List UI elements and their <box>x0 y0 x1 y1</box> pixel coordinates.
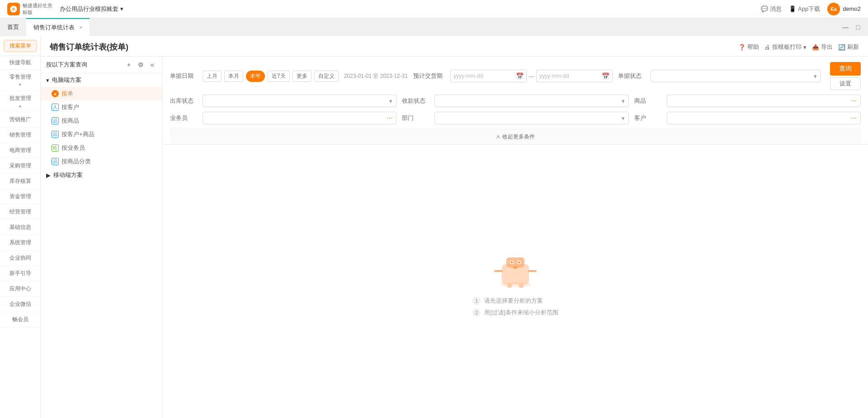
empty-tips: 1 请先选择要分析的方案 2 用[过滤]条件来缩小分析范围 <box>472 297 558 317</box>
predicted-date-start[interactable]: yyyy-mm-dd 📅 <box>450 70 527 82</box>
logo-text: 畅捷通好生意 标版 <box>23 2 52 15</box>
settings-button[interactable]: 设置 <box>830 77 861 90</box>
scheme-item-by-salesman[interactable]: 柱 按业务员 <box>41 141 162 155</box>
scheme-item-by-customer[interactable]: 人 按客户 <box>41 100 162 114</box>
empty-tip-2: 2 用[过滤]条件来缩小分析范围 <box>472 309 558 317</box>
chevron-down-icon: ▾ <box>622 98 625 104</box>
goods-input[interactable]: ··· <box>667 95 861 107</box>
tab-close-icon[interactable]: × <box>79 24 82 31</box>
sidebar-item-member[interactable]: 畅会员 <box>0 312 40 328</box>
tab-sales-order[interactable]: 销售订单统计表 × <box>26 18 90 36</box>
date-dash: — <box>528 73 534 80</box>
customer-more-icon[interactable]: ··· <box>851 114 857 122</box>
sidebar-item-newbie[interactable]: 新手引导 <box>0 266 40 281</box>
user-profile[interactable]: Ea demo2 <box>827 3 861 15</box>
sidebar-item-system[interactable]: 系统管理 <box>0 235 40 251</box>
date-btn-7days[interactable]: 近7天 <box>268 71 290 82</box>
collapse-button[interactable]: ∧ 收起更多条件 <box>170 129 861 144</box>
scheme-item-by-order[interactable]: ● 按单 <box>41 87 162 100</box>
sidebar-item-sales[interactable]: 销售管理 <box>0 128 40 143</box>
tab-home[interactable]: 首页 <box>0 18 26 36</box>
message-icon: 💬 <box>761 5 768 12</box>
chevron-up-icon: ▴ <box>19 103 21 108</box>
sidebar-item-marketing[interactable]: 营销推广 <box>0 112 40 128</box>
help-button[interactable]: ❓ 帮助 <box>738 43 759 51</box>
page-header-actions: ❓ 帮助 🖨 按模板打印 ▾ 📤 导出 🔄 刷新 <box>738 43 859 51</box>
scheme-settings-button[interactable]: ⚙ <box>136 60 145 69</box>
scheme-icon-goods: 品 <box>52 117 59 124</box>
customer-input[interactable]: ··· <box>667 112 861 124</box>
export-button[interactable]: 📤 导出 <box>812 43 833 51</box>
salesman-more-icon[interactable]: ··· <box>387 114 392 122</box>
dept-select[interactable]: ▾ <box>434 112 628 124</box>
salesman-input[interactable]: ··· <box>203 112 396 124</box>
date-btn-custom[interactable]: 自定义 <box>314 71 339 82</box>
scheme-item-by-customer-goods[interactable]: 品 按客户+商品 <box>41 128 162 141</box>
app-download-button[interactable]: 📱 App下载 <box>789 5 820 13</box>
content-area: 销售订单统计表(按单) ❓ 帮助 🖨 按模板打印 ▾ 📤 导出 🔄 刷新 <box>41 36 868 418</box>
refresh-button[interactable]: 🔄 刷新 <box>838 43 859 51</box>
top-bar: 畅捷通好生意 标版 办公用品行业模拟账套 ▾ 💬 消息 📱 App下载 Ea d… <box>0 0 868 18</box>
empty-state: 1 请先选择要分析的方案 2 用[过滤]条件来缩小分析范围 <box>163 145 868 418</box>
customer-label: 客户 <box>634 114 661 122</box>
page-title: 销售订单统计表(按单) <box>50 42 128 52</box>
payment-select[interactable]: ▾ <box>434 95 628 107</box>
chevron-down-icon: ▾ <box>814 73 817 80</box>
sidebar-item-ecommerce[interactable]: 电商管理 <box>0 143 40 158</box>
delivery-select[interactable]: ▾ <box>203 95 396 107</box>
tab-bar: 首页 销售订单统计表 × — □ <box>0 18 868 36</box>
scheme-category-pc-title[interactable]: ▾ 电脑端方案 <box>41 73 162 87</box>
tab-bar-right: — □ <box>835 23 868 32</box>
sidebar-item-retail[interactable]: 零售管理 ▾ <box>0 70 40 91</box>
sidebar-item-cooperation[interactable]: 企业协同 <box>0 251 40 266</box>
scheme-category-mobile-title[interactable]: ▶ 移动端方案 <box>41 168 162 182</box>
sidebar-item-purchase[interactable]: 采购管理 <box>0 158 40 174</box>
scheme-icon-salesman: 柱 <box>52 144 59 152</box>
calendar-icon: 📅 <box>516 72 524 80</box>
goods-label: 商品 <box>634 97 661 105</box>
empty-tip-1: 1 请先选择要分析的方案 <box>472 297 558 305</box>
date-btn-this-month[interactable]: 本月 <box>224 71 243 82</box>
account-dropdown[interactable]: 办公用品行业模拟账套 ▾ <box>56 3 127 15</box>
top-bar-left: 畅捷通好生意 标版 办公用品行业模拟账套 ▾ <box>7 2 127 15</box>
scheme-panel-title: 按以下方案查询 <box>46 61 87 69</box>
main-layout: 搜索菜单 快捷导航 零售管理 ▾ 批发管理 ▴ 营销推广 销售管理 电商管理 采… <box>0 36 868 418</box>
sidebar-item-basic-info[interactable]: 基础信息 <box>0 220 40 235</box>
svg-rect-2 <box>506 257 524 267</box>
logo-area: 畅捷通好生意 标版 <box>7 2 52 15</box>
logo-icon <box>7 3 20 15</box>
search-button[interactable]: 查询 <box>830 62 861 76</box>
scheme-category-pc: ▾ 电脑端方案 ● 按单 人 按客户 品 <box>41 73 162 168</box>
sidebar-item-quick-nav[interactable]: 快捷导航 <box>0 56 40 70</box>
scheme-item-by-goods-category[interactable]: 品 按商品分类 <box>41 155 162 168</box>
sidebar-item-app-center[interactable]: 应用中心 <box>0 281 40 297</box>
sidebar-item-wechat[interactable]: 企业微信 <box>0 297 40 312</box>
empty-illustration <box>488 246 542 291</box>
tab-maximize-button[interactable]: □ <box>854 23 863 32</box>
date-btn-last-month[interactable]: 上月 <box>203 71 222 82</box>
chevron-down-icon: ▾ <box>46 77 49 84</box>
message-button[interactable]: 💬 消息 <box>761 5 782 13</box>
date-btn-more[interactable]: 更多 <box>292 71 311 82</box>
sidebar-item-inventory[interactable]: 库存核算 <box>0 174 40 189</box>
sidebar-item-wholesale[interactable]: 批发管理 ▴ <box>0 91 40 112</box>
scheme-item-by-goods[interactable]: 品 按商品 <box>41 114 162 128</box>
scheme-collapse-button[interactable]: « <box>148 60 157 69</box>
svg-point-5 <box>511 261 513 263</box>
date-btn-this-year[interactable]: 本年 <box>246 71 265 82</box>
filter-row-1: 单据日期 上月 本月 本年 近7天 更多 自定义 2023-01-01 至 20… <box>170 62 861 90</box>
status-select[interactable]: ▾ <box>651 70 821 82</box>
status-label: 单据状态 <box>618 72 645 80</box>
predicted-date-end[interactable]: yyyy-mm-dd 📅 <box>536 70 613 82</box>
search-menu-button[interactable]: 搜索菜单 <box>4 40 37 52</box>
right-panel: 单据日期 上月 本月 本年 近7天 更多 自定义 2023-01-01 至 20… <box>163 57 868 418</box>
scheme-add-button[interactable]: + <box>124 60 133 69</box>
more-icon[interactable]: ··· <box>851 97 857 105</box>
print-button[interactable]: 🖨 按模板打印 ▾ <box>764 43 807 51</box>
svg-point-6 <box>518 261 520 263</box>
sidebar-item-finance[interactable]: 资金管理 <box>0 189 40 204</box>
delivery-label: 出库状态 <box>170 97 197 105</box>
sidebar-item-operations[interactable]: 经营管理 <box>0 204 40 220</box>
tab-minimize-button[interactable]: — <box>841 23 850 32</box>
dept-label: 部门 <box>402 114 429 122</box>
